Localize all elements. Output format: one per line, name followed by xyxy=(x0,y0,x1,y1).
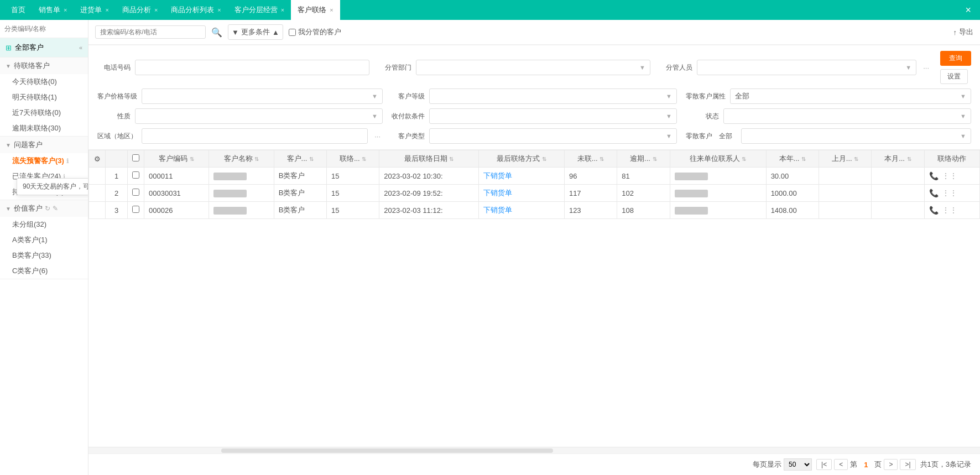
value-edit-icon[interactable]: ✎ xyxy=(53,205,58,212)
sidebar-item-week[interactable]: 近7天待联络(0) xyxy=(0,105,88,121)
th-code[interactable]: 客户编码 ⇅ xyxy=(144,150,209,168)
sort-date-icon[interactable]: ⇅ xyxy=(449,156,453,162)
value-refresh-icon[interactable]: ↻ xyxy=(45,205,50,212)
my-customers-filter[interactable]: 我分管的客户 xyxy=(289,27,341,37)
row-checkbox-0[interactable] xyxy=(132,171,139,179)
region-select[interactable] xyxy=(142,128,368,144)
manager-select[interactable]: ▼ xyxy=(697,60,916,75)
close-purchase-tab[interactable]: × xyxy=(105,7,108,13)
last-page-btn[interactable]: >| xyxy=(900,459,915,470)
row-check-1[interactable] xyxy=(128,185,144,202)
pending-group-header[interactable]: ▼ 待联络客户 xyxy=(0,58,88,74)
phone-input[interactable] xyxy=(135,60,369,75)
close-customer-layer-tab[interactable]: × xyxy=(281,7,284,13)
sidebar-all-customers[interactable]: ⊞ 全部客户 « xyxy=(0,38,88,58)
sidebar-item-unsorted[interactable]: 未分组(32) xyxy=(0,217,88,232)
price-grade-select[interactable]: ▼ xyxy=(142,88,383,104)
action-phone-0[interactable]: 📞 xyxy=(929,171,939,180)
zero-customer-select[interactable]: ▼ xyxy=(741,128,971,144)
settings-button[interactable]: 设置 xyxy=(940,69,968,84)
th-this-month[interactable]: 本月... ⇅ xyxy=(872,150,924,168)
th-name[interactable]: 客户名称 ⇅ xyxy=(209,150,274,168)
sidebar-item-c-class[interactable]: C类客户(6) xyxy=(0,263,88,279)
select-all-checkbox[interactable] xyxy=(132,154,139,161)
th-unit-contact[interactable]: 往来单位联系人 ⇅ xyxy=(670,150,766,168)
nav-home[interactable]: 首页 xyxy=(4,5,32,15)
value-group-header[interactable]: ▼ 价值客户 ↻ ✎ xyxy=(0,200,88,217)
export-btn[interactable]: ↑ 导出 xyxy=(953,27,974,37)
manager-more-icon[interactable]: ··· xyxy=(921,64,931,72)
horizontal-scrollbar[interactable] xyxy=(88,447,980,453)
first-page-btn[interactable]: |< xyxy=(816,459,832,470)
action-phone-2[interactable]: 📞 xyxy=(929,206,939,215)
region-more-icon[interactable]: ··· xyxy=(372,132,383,140)
sort-year-icon[interactable]: ⇅ xyxy=(801,156,806,162)
action-more-0[interactable]: ⋮⋮ xyxy=(942,171,957,180)
filter-search-input[interactable] xyxy=(95,25,206,39)
nav-purchase[interactable]: 进货单 × xyxy=(74,0,115,20)
nav-product-analysis-list[interactable]: 商品分析列表 × xyxy=(164,0,227,20)
action-phone-1[interactable]: 📞 xyxy=(929,189,939,197)
th-last-month[interactable]: 上月... ⇅ xyxy=(819,150,871,168)
th-settings[interactable]: ⚙ xyxy=(89,150,106,168)
sort-unit-icon[interactable]: ⇅ xyxy=(742,156,746,162)
next-page-btn[interactable]: > xyxy=(884,459,898,470)
sidebar-item-today[interactable]: 今天待联络(0) xyxy=(0,74,88,90)
status-select[interactable]: ▼ xyxy=(723,108,971,124)
th-check[interactable] xyxy=(128,150,144,168)
sort-contact-icon[interactable]: ⇅ xyxy=(362,156,366,162)
filter-search-icon[interactable]: 🔍 xyxy=(211,27,222,38)
close-product-analysis-tab[interactable]: × xyxy=(154,7,158,13)
my-customers-checkbox[interactable] xyxy=(289,29,296,36)
sidebar-item-a-class[interactable]: A类客户(1) xyxy=(0,232,88,248)
close-product-analysis-list-tab[interactable]: × xyxy=(217,7,221,13)
more-conditions-btn[interactable]: ▼ 更多条件 ▲ xyxy=(228,24,283,40)
sort-method-icon[interactable]: ⇅ xyxy=(542,156,546,162)
zero-type-select[interactable]: 全部 ▼ xyxy=(730,88,971,104)
action-more-1[interactable]: ⋮⋮ xyxy=(942,189,957,197)
last-method-link-2[interactable]: 下销货单 xyxy=(483,206,512,214)
nav-customer-layer[interactable]: 客户分层经营 × xyxy=(228,0,291,20)
nav-product-analysis[interactable]: 商品分析 × xyxy=(116,0,164,20)
close-customer-contact-tab[interactable]: × xyxy=(330,7,333,13)
last-method-link-0[interactable]: 下销货单 xyxy=(483,171,512,180)
sidebar-item-churn-predict[interactable]: 流失预警客户(3) ℹ xyxy=(0,153,88,169)
sidebar-search-input[interactable] xyxy=(4,25,87,33)
last-method-link-1[interactable]: 下销货单 xyxy=(483,189,512,197)
row-last-method-0[interactable]: 下销货单 xyxy=(478,168,564,185)
row-check-0[interactable] xyxy=(128,168,144,185)
customer-type-select[interactable]: ▼ xyxy=(429,128,677,144)
th-not-contacted[interactable]: 未联... ⇅ xyxy=(564,150,617,168)
collapse-sidebar-icon[interactable]: « xyxy=(79,44,82,51)
th-overdue[interactable]: 逾期... ⇅ xyxy=(617,150,670,168)
sort-type-icon[interactable]: ⇅ xyxy=(309,156,314,162)
th-type[interactable]: 客户... ⇅ xyxy=(274,150,326,168)
dept-select[interactable]: ▼ xyxy=(416,60,650,75)
action-more-2[interactable]: ⋮⋮ xyxy=(942,206,957,215)
sidebar-item-b-class[interactable]: B类客户(33) xyxy=(0,248,88,263)
customer-grade-select[interactable]: ▼ xyxy=(429,88,677,104)
row-last-method-1[interactable]: 下销货单 xyxy=(478,185,564,202)
th-contact[interactable]: 联络... ⇅ xyxy=(326,150,379,168)
nav-customer-contact[interactable]: 客户联络 × xyxy=(291,0,340,20)
row-checkbox-2[interactable] xyxy=(132,206,139,213)
sidebar-item-tomorrow[interactable]: 明天待联络(1) xyxy=(0,90,88,105)
churn-group-header[interactable]: ▼ 问题客户 xyxy=(0,137,88,153)
nature-select[interactable]: ▼ xyxy=(135,108,383,124)
sidebar-item-overdue[interactable]: 逾期未联络(30) xyxy=(0,121,88,136)
query-button[interactable]: 查询 xyxy=(940,51,971,66)
scrollbar-thumb[interactable] xyxy=(221,448,553,453)
row-checkbox-1[interactable] xyxy=(132,189,139,196)
per-page-select[interactable]: 50 20 100 xyxy=(784,458,812,471)
nav-sales[interactable]: 销售单 × xyxy=(32,0,74,20)
row-check-2[interactable] xyxy=(128,202,144,219)
th-last-method[interactable]: 最后联络方式 ⇅ xyxy=(478,150,564,168)
sort-code-icon[interactable]: ⇅ xyxy=(190,156,194,162)
prev-page-btn[interactable]: < xyxy=(834,459,848,470)
sort-thismonth-icon[interactable]: ⇅ xyxy=(907,156,911,162)
sort-name-icon[interactable]: ⇅ xyxy=(254,156,259,162)
th-this-year[interactable]: 本年... ⇅ xyxy=(766,150,819,168)
row-last-method-2[interactable]: 下销货单 xyxy=(478,202,564,219)
close-all-tabs[interactable]: × xyxy=(961,4,976,16)
th-last-date[interactable]: 最后联络日期 ⇅ xyxy=(379,150,478,168)
